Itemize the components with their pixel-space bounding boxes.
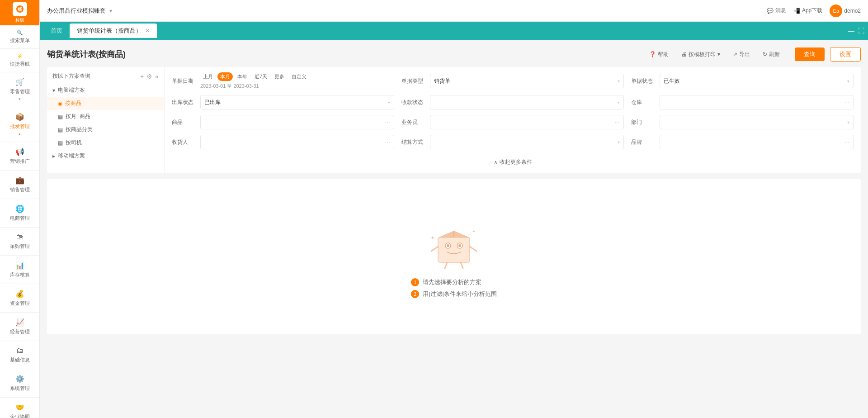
scheme-item-by-month-product[interactable]: ▦ 按月+商品 <box>47 110 164 123</box>
department-control[interactable]: ▾ <box>660 115 854 129</box>
collect-status-control[interactable]: ▾ <box>430 95 624 109</box>
by-product-label: 按商品 <box>65 100 81 107</box>
app-download-btn[interactable]: 📲 App下载 <box>793 7 822 14</box>
scheme-category-mobile[interactable]: ▸ 移动端方案 <box>47 149 164 162</box>
purchase-icon: 🛍 <box>16 233 24 241</box>
message-label: 消息 <box>775 7 786 14</box>
tab-home[interactable]: 首页 <box>43 24 70 38</box>
mobile-category-arrow: ▸ <box>52 153 55 159</box>
inventory-icon: 📊 <box>15 261 24 270</box>
scheme-category-pc[interactable]: ▾ 电脑端方案 <box>47 84 164 97</box>
refresh-btn[interactable]: ↻ 刷新 <box>759 49 783 60</box>
print-icon: 🖨 <box>681 51 687 57</box>
sidebar-item-operation[interactable]: 📈 经营管理 <box>0 313 39 341</box>
sidebar-item-system[interactable]: ⚙️ 系统管理 <box>0 369 39 398</box>
search-icon: 🔍 <box>17 30 23 36</box>
search-menu[interactable]: 🔍 搜索菜单 <box>0 25 39 49</box>
date-range: 2023-03-01 至 2023-03-31 <box>200 83 394 90</box>
sidebar-item-marketing[interactable]: 📢 营销推广 <box>0 142 39 171</box>
sidebar-item-purchase[interactable]: 🛍 采购管理 <box>0 228 39 256</box>
export-btn[interactable]: ↗ 导出 <box>729 49 754 60</box>
tab-home-label: 首页 <box>51 27 62 35</box>
industry-dropdown[interactable]: ▾ <box>109 8 112 14</box>
sidebar-item-inventory[interactable]: 📊 库存核算 <box>0 256 39 284</box>
operation-icon: 📈 <box>15 318 24 327</box>
date-tab-thisyear[interactable]: 本年 <box>235 72 250 81</box>
tab-report[interactable]: 销货单统计表（按商品） ✕ <box>70 24 157 38</box>
date-filter-field: 单据日期 上月 本月 本年 近7天 更多 自定义 2023-03-01 至 20… <box>172 72 394 90</box>
print-dropdown-icon: ▾ <box>717 51 720 57</box>
bill-status-value: 已生效 <box>664 77 845 85</box>
user-profile[interactable]: Ea demo2 <box>830 5 861 17</box>
scheme-item-by-category[interactable]: ▤ 按商品分类 <box>47 123 164 136</box>
sidebar-item-basic[interactable]: 🗂 基础信息 <box>0 341 39 369</box>
warehouse-control[interactable]: ··· <box>660 95 854 109</box>
warehouse-dots[interactable]: ··· <box>844 99 849 106</box>
product-field: 商品 ··· <box>172 115 394 129</box>
collapse-label: 收起更多条件 <box>500 158 532 166</box>
empty-state: ✦ ✦ · 1 请先选择要分析的方案 2 用[过滤]条件来缩小分析范围 <box>47 179 861 334</box>
by-category-icon: ▤ <box>58 127 63 133</box>
query-button[interactable]: 查询 <box>795 48 825 61</box>
staff-dots[interactable]: ··· <box>614 119 620 126</box>
tab-report-label: 销货单统计表（按商品） <box>77 27 142 35</box>
brand-control[interactable]: ··· <box>660 135 854 149</box>
bill-type-control[interactable]: 销货单 ▾ <box>430 74 624 88</box>
scheme-item-by-product[interactable]: ◉ 按商品 <box>47 97 164 110</box>
date-tab-thismonth[interactable]: 本月 <box>217 72 233 81</box>
staff-control[interactable]: ··· <box>430 115 624 129</box>
message-btn[interactable]: 💬 消息 <box>767 7 786 14</box>
settlement-field: 结算方式 ▾ <box>401 135 624 149</box>
sidebar-item-wholesale[interactable]: 📦 批发管理 ▴ <box>0 107 39 142</box>
minimize-btn[interactable]: — <box>848 27 854 34</box>
bill-status-control[interactable]: 已生效 ▾ <box>660 74 854 88</box>
out-status-control[interactable]: 已出库 ▾ <box>200 95 394 109</box>
sidebar-item-retail[interactable]: 🛒 零售管理 ▾ <box>0 72 39 107</box>
retail-arrow: ▾ <box>19 97 21 101</box>
logo-icon: 畅 <box>13 2 27 16</box>
date-tab-lastmonth[interactable]: 上月 <box>200 72 216 81</box>
date-tab-7days[interactable]: 近7天 <box>252 72 270 81</box>
scheme-item-by-cashier[interactable]: ▤ 按司机 <box>47 136 164 149</box>
scheme-title: 按以下方案查询 <box>52 72 90 80</box>
print-btn[interactable]: 🖨 按模板打印 ▾ <box>678 49 724 60</box>
tab-report-close[interactable]: ✕ <box>145 28 150 34</box>
department-label: 部门 <box>631 119 656 126</box>
settings-button[interactable]: 设置 <box>830 47 861 62</box>
date-tabs: 上月 本月 本年 近7天 更多 自定义 <box>200 72 394 81</box>
brand-dots[interactable]: ··· <box>844 138 849 146</box>
sidebar-item-sales[interactable]: 💼 销售管理 <box>0 171 39 199</box>
collapse-row[interactable]: ∧ 收起更多条件 <box>172 155 854 168</box>
product-control[interactable]: ··· <box>200 115 394 129</box>
date-tab-more[interactable]: 更多 <box>272 72 287 81</box>
sidebar-item-system-label: 系统管理 <box>10 385 30 392</box>
receiver-control[interactable]: ··· <box>200 135 394 149</box>
svg-rect-2 <box>438 238 470 262</box>
scheme-edit-icon[interactable]: ⚙ <box>146 73 152 80</box>
refresh-icon: ↻ <box>763 51 767 57</box>
sidebar-item-purchase-label: 采购管理 <box>10 243 30 250</box>
empty-tip-1: 1 请先选择要分析的方案 <box>411 278 496 286</box>
sidebar-item-enterprise[interactable]: 🤝 企业协同 <box>0 398 39 418</box>
maximize-btn[interactable]: ⛶ <box>858 27 864 34</box>
quick-nav[interactable]: ⚡ 快捷导航 <box>0 49 39 72</box>
date-tab-custom[interactable]: 自定义 <box>289 72 309 81</box>
scheme-add-icon[interactable]: + <box>140 73 144 80</box>
by-month-product-icon: ▦ <box>58 114 63 120</box>
scheme-collapse-icon[interactable]: « <box>155 73 159 80</box>
help-btn[interactable]: ❓ 帮助 <box>646 49 672 60</box>
product-dots[interactable]: ··· <box>385 119 390 126</box>
svg-line-12 <box>461 262 463 268</box>
settlement-control[interactable]: ▾ <box>430 135 624 149</box>
date-filter-label: 单据日期 <box>172 77 197 85</box>
receiver-label: 收货人 <box>172 138 197 146</box>
out-status-field: 出库状态 已出库 ▾ <box>172 95 394 109</box>
department-field: 部门 ▾ <box>631 115 854 129</box>
sidebar-item-sales-label: 销售管理 <box>10 186 30 193</box>
sidebar-item-ecommerce[interactable]: 🌐 电商管理 <box>0 199 39 228</box>
scheme-actions: + ⚙ « <box>140 73 159 80</box>
basic-icon: 🗂 <box>16 347 24 355</box>
sidebar-item-finance[interactable]: 💰 资金管理 <box>0 284 39 313</box>
receiver-dots[interactable]: ··· <box>385 138 390 146</box>
search-menu-label: 搜索菜单 <box>10 37 30 44</box>
